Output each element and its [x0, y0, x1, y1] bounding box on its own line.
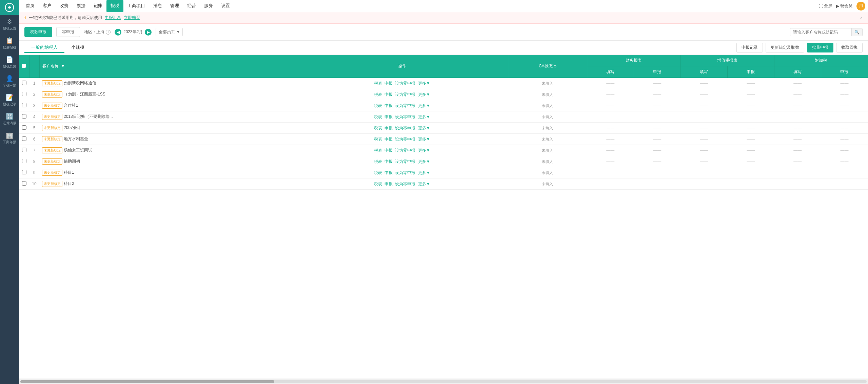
action-declare-records[interactable]: 申报记录	[736, 43, 763, 52]
horizontal-scrollbar[interactable]	[19, 379, 868, 384]
op-zero-declare[interactable]: 设为零申报	[395, 148, 415, 153]
action-update-fetch[interactable]: 更新统定及取数	[766, 43, 804, 52]
op-more[interactable]: 更多▼	[418, 92, 430, 97]
nav-tax[interactable]: 报税	[106, 0, 123, 12]
op-more[interactable]: 更多▼	[418, 170, 430, 175]
op-declare[interactable]: 申报	[384, 182, 393, 186]
avatar[interactable]: 用	[856, 2, 865, 10]
op-tax-table[interactable]: 税表	[374, 114, 382, 119]
row-select-checkbox[interactable]	[22, 125, 26, 130]
op-more[interactable]: 更多▼	[418, 148, 430, 153]
row-select-checkbox[interactable]	[22, 136, 26, 141]
sidebar-item-batch-tax[interactable]: 📋 批量报税	[0, 34, 19, 53]
settings-icon: ⚙	[7, 18, 12, 26]
notice-link2[interactable]: 立即购买	[124, 15, 140, 21]
op-tax-table[interactable]: 税表	[374, 170, 382, 175]
op-declare[interactable]: 申报	[384, 126, 393, 130]
op-tax-table[interactable]: 税表	[374, 182, 382, 186]
op-tax-table[interactable]: 税表	[374, 81, 382, 86]
nav-management[interactable]: 管理	[166, 0, 183, 12]
sidebar-item-tax-settings[interactable]: ⚙ 报税设置	[0, 15, 19, 34]
op-zero-declare[interactable]: 设为零申报	[395, 170, 415, 175]
op-declare[interactable]: 申报	[384, 170, 393, 175]
select-all-checkbox[interactable]	[22, 64, 26, 68]
row-select-checkbox[interactable]	[22, 81, 26, 85]
member-button[interactable]: ▶ 畅会员	[836, 3, 852, 9]
op-zero-declare[interactable]: 设为零申报	[395, 103, 415, 108]
nav-operation[interactable]: 经营	[183, 0, 200, 12]
scroll-thumb[interactable]	[20, 380, 274, 383]
nav-message[interactable]: 消息	[149, 0, 166, 12]
op-more[interactable]: 更多▼	[418, 182, 430, 186]
op-tax-table[interactable]: 税表	[374, 159, 382, 164]
op-declare[interactable]: 申报	[384, 81, 393, 86]
row-add-declare: ——	[821, 167, 868, 178]
op-tax-table[interactable]: 税表	[374, 103, 382, 108]
nav-billing[interactable]: 收费	[56, 0, 73, 12]
nav-invoice[interactable]: 票据	[73, 0, 90, 12]
row-ca-status: 未填入	[508, 156, 587, 167]
row-select-checkbox[interactable]	[22, 92, 26, 96]
op-zero-declare[interactable]: 设为零申报	[395, 92, 415, 97]
date-prev-button[interactable]: ◀	[115, 29, 121, 36]
op-tax-table[interactable]: 税表	[374, 126, 382, 130]
sub-tab-general[interactable]: 一般的纳税人	[24, 43, 64, 53]
sidebar-item-personal-tax[interactable]: 👤 个税申报	[0, 72, 19, 91]
op-declare[interactable]: 申报	[384, 92, 393, 97]
row-name: 未更新核定（勿删）江西股宝-LSS	[39, 89, 296, 100]
op-tax-table[interactable]: 税表	[374, 92, 382, 97]
nav-client[interactable]: 客户	[39, 0, 56, 12]
op-more[interactable]: 更多▼	[418, 126, 430, 130]
app-logo[interactable]	[0, 0, 19, 15]
row-select-checkbox[interactable]	[22, 159, 26, 163]
tab-tax-declare[interactable]: 税款申报	[24, 27, 52, 37]
sidebar-item-business-annual[interactable]: 🏢 工商年报	[0, 129, 19, 148]
row-select-checkbox[interactable]	[22, 148, 26, 152]
region-info-icon[interactable]: i	[106, 30, 111, 35]
nav-settings[interactable]: 设置	[217, 0, 234, 12]
op-more[interactable]: 更多▼	[418, 114, 430, 119]
op-declare[interactable]: 申报	[384, 114, 393, 119]
staff-select[interactable]: 全部员工 ▼	[156, 28, 183, 36]
op-declare[interactable]: 申报	[384, 148, 393, 153]
sidebar-item-tax-overview[interactable]: 📄 报税总览	[0, 53, 19, 72]
tab-zero-declare[interactable]: 零申报	[56, 27, 80, 37]
op-more[interactable]: 更多▼	[418, 103, 430, 108]
sidebar-item-calc-clear[interactable]: 🔢 汇算清缴	[0, 110, 19, 129]
op-tax-table[interactable]: 税表	[374, 148, 382, 153]
op-zero-declare[interactable]: 设为零申报	[395, 114, 415, 119]
fullscreen-button[interactable]: ⛶ 全屏	[819, 3, 832, 9]
op-more[interactable]: 更多▼	[418, 137, 430, 142]
search-button[interactable]: 🔍	[851, 28, 862, 36]
op-declare[interactable]: 申报	[384, 159, 393, 164]
op-more[interactable]: 更多▼	[418, 81, 430, 86]
row-select-checkbox[interactable]	[22, 170, 26, 174]
op-zero-declare[interactable]: 设为零申报	[395, 137, 415, 142]
op-zero-declare[interactable]: 设为零申报	[395, 81, 415, 86]
nav-bookkeeping[interactable]: 记账	[90, 0, 106, 12]
op-tax-table[interactable]: 税表	[374, 137, 382, 142]
op-declare[interactable]: 申报	[384, 103, 393, 108]
search-input[interactable]	[790, 28, 851, 36]
op-zero-declare[interactable]: 设为零申报	[395, 126, 415, 130]
notice-close[interactable]: ×	[860, 16, 863, 20]
row-select-checkbox[interactable]	[22, 103, 26, 107]
op-zero-declare[interactable]: 设为零申报	[395, 159, 415, 164]
row-checkbox	[19, 156, 29, 167]
sort-icon[interactable]: ▼	[61, 64, 65, 68]
ca-filter-icon[interactable]: ⊙	[554, 64, 556, 68]
row-select-checkbox[interactable]	[22, 114, 26, 119]
action-batch-declare[interactable]: 批量申报	[807, 43, 833, 52]
sidebar-item-tax-records[interactable]: 📝 报税记录	[0, 91, 19, 110]
op-declare[interactable]: 申报	[384, 137, 393, 142]
sub-tab-small[interactable]: 小规模	[64, 43, 91, 53]
date-next-button[interactable]: ▶	[145, 29, 152, 36]
notice-link1[interactable]: 申报汇总	[105, 15, 121, 21]
op-zero-declare[interactable]: 设为零申报	[395, 182, 415, 186]
nav-home[interactable]: 首页	[22, 0, 39, 12]
row-select-checkbox[interactable]	[22, 181, 26, 186]
action-collect-receipt[interactable]: 收取回执	[836, 43, 863, 52]
nav-business[interactable]: 工商项目	[123, 0, 149, 12]
nav-service[interactable]: 服务	[200, 0, 217, 12]
op-more[interactable]: 更多▼	[418, 159, 430, 164]
